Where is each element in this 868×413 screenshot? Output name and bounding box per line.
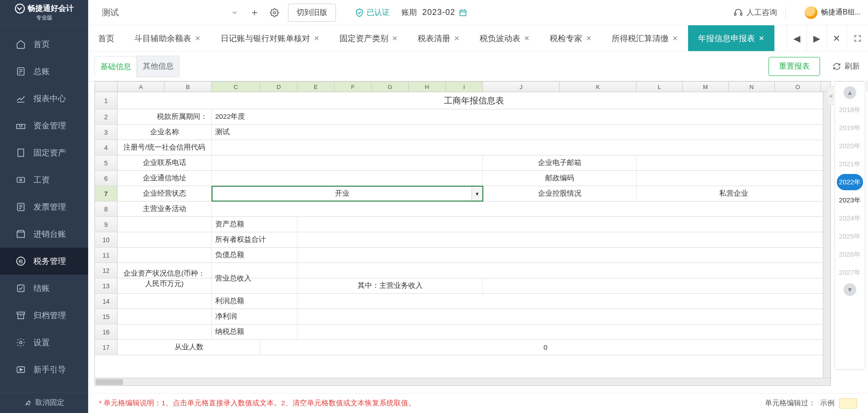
row-header-9[interactable]: 9: [95, 217, 118, 232]
cell[interactable]: 所有者权益合计: [212, 232, 297, 247]
reset-report-button[interactable]: 重置报表: [769, 57, 820, 76]
row-header-6[interactable]: 6: [95, 171, 118, 186]
cell[interactable]: 企业经营状态: [118, 186, 212, 201]
cell[interactable]: [212, 140, 830, 155]
cell[interactable]: 企业控股情况: [483, 186, 637, 201]
column-header-J[interactable]: J: [483, 82, 560, 92]
row-header-2[interactable]: 2: [95, 109, 118, 124]
tab-1[interactable]: 斗目辅助余额表✕: [124, 25, 211, 51]
row-header-15[interactable]: 15: [95, 309, 118, 324]
column-header-B[interactable]: B: [165, 82, 212, 92]
cell[interactable]: 企业联系电话: [118, 155, 212, 170]
tab-8[interactable]: 年报信息申报表✕: [688, 25, 774, 51]
refresh-button[interactable]: 刷新: [833, 61, 860, 71]
year-up-button[interactable]: ▲: [844, 86, 856, 99]
tab-close-icon[interactable]: ✕: [672, 34, 678, 42]
row-header-11[interactable]: 11: [95, 248, 118, 263]
cell[interactable]: 资产总额: [212, 217, 297, 232]
grid-body[interactable]: 1工商年报信息表2税款所属期间：2022年度3企业名称测试4注册号/统一社会信用…: [95, 92, 830, 378]
column-header-I[interactable]: I: [446, 82, 483, 92]
cell[interactable]: [212, 171, 483, 186]
tab-close-icon[interactable]: ✕: [454, 34, 460, 42]
row-header-7[interactable]: 7: [95, 186, 118, 201]
cell[interactable]: 从业人数: [118, 340, 260, 355]
tab-close-icon[interactable]: ✕: [586, 34, 592, 42]
tab-7[interactable]: 所得税汇算清缴✕: [602, 25, 688, 51]
tab-scroll-right-button[interactable]: ▶: [807, 25, 826, 51]
cell[interactable]: 利润总额: [212, 294, 297, 309]
row-header-8[interactable]: 8: [95, 202, 118, 216]
subtab-0[interactable]: 基础信息: [94, 56, 137, 78]
column-header-D[interactable]: D: [260, 82, 297, 92]
cell[interactable]: [297, 309, 830, 324]
column-header-C[interactable]: C: [212, 82, 260, 92]
fullscreen-button[interactable]: [846, 25, 868, 51]
sidebar-item-guide[interactable]: 新手引导: [0, 356, 88, 383]
select-all-corner[interactable]: [95, 82, 118, 92]
column-header-K[interactable]: K: [560, 82, 637, 92]
cell[interactable]: 其中：主营业务收入: [297, 278, 483, 293]
tab-close-icon[interactable]: ✕: [759, 34, 764, 42]
column-header-F[interactable]: F: [335, 82, 372, 92]
add-button[interactable]: [245, 4, 264, 22]
tab-2[interactable]: 日记账与银行对账单核对✕: [211, 25, 330, 51]
cell[interactable]: 净利润: [212, 309, 297, 324]
row-header-16[interactable]: 16: [95, 324, 118, 339]
consult-button[interactable]: 人工咨询: [734, 7, 777, 18]
column-header-M[interactable]: M: [683, 82, 729, 92]
horizontal-scrollbar[interactable]: [95, 378, 830, 385]
tab-close-all-button[interactable]: ✕: [826, 25, 846, 51]
cell[interactable]: [212, 202, 830, 216]
column-header-O[interactable]: O: [775, 82, 821, 92]
year-down-button[interactable]: ▼: [844, 283, 856, 296]
cell[interactable]: 主营业务活动: [118, 202, 212, 216]
tab-0[interactable]: 首页: [88, 25, 124, 51]
chevron-down-icon[interactable]: ▼: [472, 187, 482, 201]
cell[interactable]: [297, 294, 830, 309]
cell[interactable]: [212, 263, 297, 278]
cell[interactable]: 私营企业: [637, 186, 830, 201]
row-header-14[interactable]: 14: [95, 294, 118, 309]
sidebar-item-invoice[interactable]: 发票管理: [0, 193, 88, 221]
tab-close-icon[interactable]: ✕: [392, 34, 398, 42]
vertical-scrollbar[interactable]: [823, 92, 830, 378]
sidebar-pin-toggle[interactable]: 取消固定: [0, 392, 88, 413]
calendar-icon[interactable]: [459, 9, 467, 17]
cell[interactable]: [212, 155, 483, 170]
sidebar-item-stock[interactable]: 进销台账: [0, 221, 88, 248]
sidebar-item-close[interactable]: 结账: [0, 275, 88, 302]
cell[interactable]: [297, 232, 830, 247]
sidebar-item-money[interactable]: 资金管理: [0, 112, 88, 139]
cell[interactable]: [297, 324, 830, 339]
row-header-10[interactable]: 10: [95, 232, 118, 247]
cell[interactable]: 测试: [212, 125, 830, 140]
cell[interactable]: [212, 278, 297, 293]
year-2023年[interactable]: 2023年: [837, 192, 863, 208]
cell[interactable]: 企业名称: [118, 125, 212, 140]
row-header-13[interactable]: 13: [95, 278, 118, 293]
row-header-5[interactable]: 5: [95, 155, 118, 170]
cell[interactable]: [637, 171, 830, 186]
column-header-N[interactable]: N: [729, 82, 775, 92]
row-header-12[interactable]: 12: [95, 263, 118, 278]
cell[interactable]: 0: [260, 340, 830, 355]
tab-4[interactable]: 税表清册✕: [408, 25, 470, 51]
business-status-dropdown[interactable]: 开业▼: [212, 186, 483, 202]
column-header-H[interactable]: H: [409, 82, 446, 92]
switch-old-version-button[interactable]: 切到旧版: [288, 4, 336, 22]
tab-close-icon[interactable]: ✕: [524, 34, 530, 42]
cell[interactable]: 纳税总额: [212, 324, 297, 339]
tab-scroll-left-button[interactable]: ◀: [787, 25, 807, 51]
cell[interactable]: 企业电子邮箱: [483, 155, 637, 170]
cell[interactable]: [637, 155, 830, 170]
cell[interactable]: [483, 278, 830, 293]
sidebar-item-tax[interactable]: 税税务管理: [0, 248, 88, 275]
cell[interactable]: [297, 263, 830, 278]
sidebar-item-ledger[interactable]: 总账: [0, 58, 88, 85]
column-header-G[interactable]: G: [372, 82, 409, 92]
settings-icon-button[interactable]: [264, 4, 284, 22]
row-header-17[interactable]: 17: [95, 340, 118, 355]
tab-6[interactable]: 税检专家✕: [540, 25, 602, 51]
cell[interactable]: 负债总额: [212, 248, 297, 263]
tenant-dropdown[interactable]: 测试: [95, 4, 245, 22]
